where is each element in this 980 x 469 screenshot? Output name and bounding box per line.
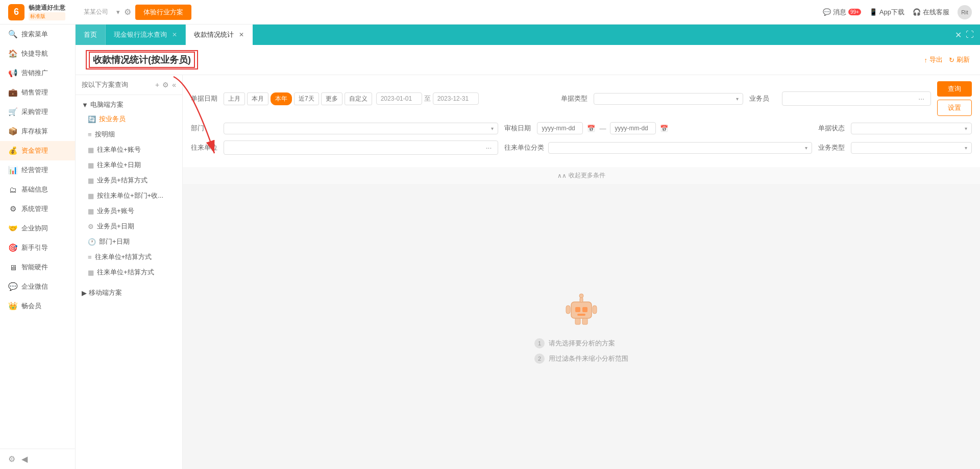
date-cur-year-btn[interactable]: 本年 bbox=[271, 92, 292, 105]
header-settings-icon[interactable]: ⚙ bbox=[124, 7, 131, 17]
counterparty-cat-select[interactable]: ▾ bbox=[548, 142, 812, 154]
date-from-input[interactable] bbox=[376, 92, 422, 105]
sidebar-item-marketing[interactable]: 📢 营销推广 bbox=[0, 63, 75, 83]
field-counterparty: 往来单位 ··· bbox=[191, 140, 498, 155]
doctype-label: 单据类型 bbox=[561, 94, 590, 103]
trial-btn[interactable]: 体验行业方案 bbox=[135, 5, 191, 20]
scheme-item-salesperson-date[interactable]: ⚙ 业务员+日期 bbox=[76, 219, 182, 234]
sidebar-item-hardware[interactable]: 🖥 智能硬件 bbox=[0, 257, 75, 277]
sidebar-collapse-btn[interactable]: ◀ bbox=[21, 454, 28, 464]
close-window-btn[interactable]: ✕ bbox=[955, 30, 962, 40]
header-dropdown-icon[interactable]: ▾ bbox=[116, 8, 120, 16]
app-download-btn[interactable]: 📱 App下载 bbox=[869, 8, 904, 17]
page-title: 收款情况统计(按业务员) bbox=[89, 52, 195, 68]
system-icon: ⚙ bbox=[8, 204, 17, 214]
date-to-input[interactable] bbox=[433, 92, 479, 105]
app-download-label: App下载 bbox=[879, 8, 904, 17]
sidebar-settings-btn[interactable]: ⚙ bbox=[8, 454, 15, 464]
collapse-bar[interactable]: ∧∧ 收起更多条件 bbox=[183, 167, 980, 184]
right-panel: 单据日期 上月 本月 本年 近7天 更多 自定义 至 bbox=[183, 75, 980, 469]
doctype-select[interactable]: ▾ bbox=[594, 93, 743, 105]
logo-area: 6 畅捷通好生意 标准版 bbox=[8, 4, 84, 20]
salesperson-more-btn[interactable]: ··· bbox=[916, 95, 926, 103]
empty-state: 1 请先选择要分析的方案 2 用过滤条件来缩小分析范围 bbox=[534, 289, 628, 364]
scheme-item-salesperson-settle[interactable]: ▦ 业务员+结算方式 bbox=[76, 173, 182, 188]
scheme-add-btn[interactable]: + bbox=[155, 81, 159, 89]
operations-icon: 📊 bbox=[8, 166, 17, 175]
tab-cashflow[interactable]: 现金银行流水查询 ✕ bbox=[106, 25, 186, 45]
counterparty-input[interactable]: ··· bbox=[224, 140, 498, 155]
date-prev-month-btn[interactable]: 上月 bbox=[224, 92, 245, 105]
scheme-item-salesperson-account[interactable]: ▦ 业务员+账号 bbox=[76, 203, 182, 219]
docstatus-select[interactable]: ▾ bbox=[851, 123, 972, 134]
date-more-btn[interactable]: 更多 bbox=[321, 92, 342, 105]
date-label: 单据日期 bbox=[191, 94, 219, 103]
export-btn[interactable]: ↑ 导出 bbox=[924, 55, 943, 64]
field-review-date: 审核日期 📅 — 📅 bbox=[504, 122, 812, 134]
scheme-settings-btn[interactable]: ⚙ bbox=[162, 81, 169, 89]
sidebar-item-basics[interactable]: 🗂 基础信息 bbox=[0, 180, 75, 199]
scheme-item-partner-date[interactable]: ▦ 往来单位+日期 bbox=[76, 157, 182, 173]
scheme-item-label: 往来单位+账号 bbox=[97, 145, 141, 154]
sidebar-item-operations[interactable]: 📊 经营管理 bbox=[0, 160, 75, 180]
detail-scheme-icon: ≡ bbox=[88, 131, 92, 138]
settings-query-btn[interactable]: 设置 bbox=[937, 100, 972, 116]
date-custom-btn[interactable]: 自定义 bbox=[345, 92, 372, 105]
tab-receipt[interactable]: 收款情况统计 ✕ bbox=[186, 25, 253, 45]
scheme-item-dept-date[interactable]: 🕐 部门+日期 bbox=[76, 234, 182, 249]
step2-num: 2 bbox=[534, 354, 545, 364]
user-initial: Rit bbox=[961, 9, 968, 15]
counterparty-label: 往来单位 bbox=[191, 143, 219, 152]
form-row-1: 单据日期 上月 本月 本年 近7天 更多 自定义 至 bbox=[191, 81, 972, 116]
sidebar-item-sales[interactable]: 💼 销售管理 bbox=[0, 83, 75, 102]
tab-home[interactable]: 首页 bbox=[76, 25, 106, 45]
group-label: 电脑端方案 bbox=[90, 100, 124, 109]
query-btn[interactable]: 查询 bbox=[937, 81, 972, 97]
scheme-group-desktop-title[interactable]: ▼ 电脑端方案 bbox=[76, 98, 182, 111]
online-service-btn[interactable]: 🎧 在线客服 bbox=[913, 8, 949, 17]
sidebar-item-purchase[interactable]: 🛒 采购管理 bbox=[0, 102, 75, 122]
review-date-from[interactable] bbox=[537, 122, 583, 134]
counterparty-more-btn[interactable]: ··· bbox=[484, 144, 494, 152]
sidebar-item-label: 畅会员 bbox=[21, 301, 41, 311]
salesperson-scheme-icon: 🔄 bbox=[88, 115, 96, 123]
scheme-item-partner-settle2[interactable]: ▦ 往来单位+结算方式 bbox=[76, 265, 182, 280]
scheme-item-partner-account[interactable]: ▦ 往来单位+账号 bbox=[76, 142, 182, 157]
date-7days-btn[interactable]: 近7天 bbox=[294, 92, 319, 105]
review-date-calendar-icon: 📅 bbox=[587, 125, 595, 132]
sidebar-item-quicknav[interactable]: 🏠 快捷导航 bbox=[0, 44, 75, 63]
scheme-group-mobile-title[interactable]: ▶ 移动端方案 bbox=[76, 286, 182, 299]
scheme-item-salesperson[interactable]: 🔄 按业务员 bbox=[76, 111, 182, 127]
scheme-item-detail[interactable]: ≡ 按明细 bbox=[76, 127, 182, 142]
salesperson-select[interactable]: ··· bbox=[782, 91, 932, 106]
scheme-header-label: 按以下方案查询 bbox=[82, 80, 128, 89]
tab-receipt-close[interactable]: ✕ bbox=[239, 31, 244, 38]
maximize-window-btn[interactable]: ⛶ bbox=[966, 30, 974, 39]
message-btn[interactable]: 💬 消息 99+ bbox=[823, 8, 861, 17]
scheme-item-partner-dept[interactable]: ▦ 按往来单位+部门+收... bbox=[76, 188, 182, 203]
basics-icon: 🗂 bbox=[8, 185, 17, 194]
step2-text: 用过滤条件来缩小分析范围 bbox=[549, 354, 628, 363]
sidebar-item-finance[interactable]: 💰 资金管理 bbox=[0, 141, 75, 160]
sidebar-item-system[interactable]: ⚙ 系统管理 bbox=[0, 199, 75, 219]
svg-rect-7 bbox=[593, 306, 597, 314]
date-cur-month-btn[interactable]: 本月 bbox=[247, 92, 268, 105]
sidebar-item-member[interactable]: 👑 畅会员 bbox=[0, 296, 75, 316]
sidebar-item-weixin[interactable]: 💬 企业微信 bbox=[0, 277, 75, 296]
dept-select[interactable]: ▾ bbox=[224, 123, 498, 134]
tab-cashflow-close[interactable]: ✕ bbox=[172, 31, 177, 38]
user-avatar[interactable]: Rit bbox=[958, 5, 972, 19]
biztype-select[interactable]: ▾ bbox=[851, 142, 972, 154]
refresh-btn[interactable]: ↻ 刷新 bbox=[949, 55, 970, 64]
review-date-to[interactable] bbox=[610, 122, 656, 134]
sidebar-item-search[interactable]: 🔍 搜索菜单 bbox=[0, 25, 75, 44]
scheme-collapse-btn[interactable]: « bbox=[172, 81, 176, 89]
field-doctype: 单据类型 ▾ bbox=[561, 93, 743, 105]
scheme-item-partner-settle1[interactable]: ≡ 往来单位+结算方式 bbox=[76, 249, 182, 265]
sidebar-item-inventory[interactable]: 📦 库存核算 bbox=[0, 122, 75, 141]
sidebar-item-collab[interactable]: 🤝 企业协同 bbox=[0, 219, 75, 238]
partner-dept-icon: ▦ bbox=[88, 192, 94, 200]
sidebar-item-guide[interactable]: 🎯 新手引导 bbox=[0, 238, 75, 257]
svg-rect-0 bbox=[571, 302, 592, 318]
download-icon: 📱 bbox=[869, 8, 877, 16]
